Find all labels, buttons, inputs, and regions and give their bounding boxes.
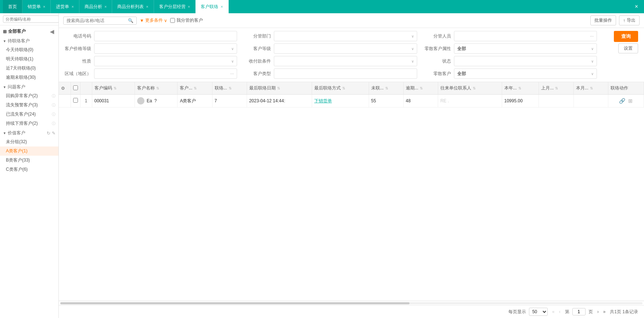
- td-last-method[interactable]: 下销货单: [312, 95, 369, 107]
- th-this-month[interactable]: 本月... ⇅: [573, 82, 608, 95]
- row-checkbox[interactable]: [73, 98, 78, 103]
- prev-page-button[interactable]: ‹: [558, 308, 562, 315]
- close-product-analysis-list-icon[interactable]: ×: [146, 4, 148, 9]
- sidebar-group-pending-contact[interactable]: ▼ 待联络客户: [0, 36, 58, 45]
- next-page-button[interactable]: ›: [596, 308, 600, 315]
- retail-value: 全部: [457, 71, 466, 77]
- sidebar-item-churned[interactable]: 已流失客户(24) ⓘ: [0, 110, 58, 119]
- tab-product-analysis-list[interactable]: 商品分析列表 ×: [112, 0, 154, 13]
- th-code[interactable]: 客户编码 ⇅: [92, 82, 135, 95]
- sidebar-item-repurchase-abnormal[interactable]: 回购异常客户(2) ⓘ: [0, 91, 58, 100]
- th-overdue[interactable]: 逾期... ⇅: [403, 82, 438, 95]
- scrollbar-track[interactable]: [60, 302, 643, 304]
- tab-purchase[interactable]: 进货单 ×: [51, 0, 79, 13]
- edit-icon[interactable]: ✎: [52, 131, 56, 136]
- th-contact[interactable]: 联络... ⇅: [212, 82, 247, 95]
- close-customer-contact-icon[interactable]: ×: [221, 4, 223, 9]
- sidebar-item-unclassified[interactable]: 未分组(32): [0, 137, 58, 146]
- region-input[interactable]: ···: [94, 68, 237, 79]
- region-label: 区域（地区）: [65, 71, 94, 77]
- payment-select[interactable]: ∨: [274, 56, 417, 66]
- unclassified-label: 未分组(32): [6, 139, 56, 145]
- batch-op-button[interactable]: 批量操作: [590, 15, 616, 25]
- filter-field-dept: 分管部门 ∨: [244, 31, 417, 41]
- th-name[interactable]: 客户名称 ⇅: [135, 82, 177, 95]
- sidebar-item-7day-contact[interactable]: 近7天待联络(0): [0, 64, 58, 73]
- last-page-button[interactable]: »: [602, 308, 607, 315]
- tab-product-analysis[interactable]: 商品分析 ×: [79, 0, 112, 13]
- sidebar-item-tomorrow-contact[interactable]: 明天待联络(1): [0, 54, 58, 64]
- my-customers-checkbox-area[interactable]: 我分管的客户: [170, 17, 203, 24]
- retail-select[interactable]: 全部∨: [454, 68, 597, 79]
- tab-customer-contact[interactable]: 客户联络 ×: [196, 0, 228, 13]
- table-container[interactable]: ⚙ 客户编码 ⇅: [59, 82, 644, 301]
- settings-button[interactable]: 设置: [618, 43, 638, 53]
- tab-sales[interactable]: 销货单 ×: [22, 0, 51, 13]
- chevron-down-icon-2: ∨: [231, 47, 234, 51]
- close-product-analysis-icon[interactable]: ×: [104, 4, 107, 9]
- th-last-date[interactable]: 最后联络日期 ⇅: [247, 82, 312, 95]
- customer-type-input[interactable]: [274, 68, 417, 79]
- td-this-year: 10995.00: [502, 95, 539, 107]
- page-number-input[interactable]: [572, 308, 586, 315]
- horizontal-scrollbar[interactable]: [59, 301, 644, 305]
- export-button[interactable]: ↑ 导出: [619, 15, 640, 25]
- select-all-checkbox[interactable]: [73, 85, 78, 90]
- person-label: 分管人员: [425, 33, 454, 39]
- search-input[interactable]: [67, 18, 128, 23]
- sidebar-item-today-contact[interactable]: 今天待联络(0): [0, 45, 58, 54]
- phone-input[interactable]: [94, 31, 237, 41]
- th-unit-contact[interactable]: 往来单位联系人 ⇅: [438, 82, 502, 95]
- nature-select[interactable]: ∨: [94, 56, 237, 66]
- th-category[interactable]: 客户... ⇅: [178, 82, 212, 95]
- sidebar-item-declining[interactable]: 持续下滑客户(2) ⓘ: [0, 119, 58, 128]
- close-customer-segment-icon[interactable]: ×: [188, 4, 190, 9]
- close-purchase-icon[interactable]: ×: [71, 4, 74, 9]
- last-method-link[interactable]: 下销货单: [314, 98, 332, 103]
- sidebar-collapse-button[interactable]: ◀: [49, 29, 56, 35]
- tab-home[interactable]: 首页: [3, 0, 22, 13]
- more-filters-button[interactable]: ▼ 更多条件 ∨: [140, 17, 167, 24]
- sidebar-item-churn-warning[interactable]: 流失预警客户(3) ⓘ: [0, 100, 58, 110]
- sidebar-item-class-a[interactable]: A类客户(1): [0, 146, 58, 156]
- page-size-select[interactable]: 50 100 200: [529, 308, 548, 316]
- person-select[interactable]: ···: [454, 31, 597, 41]
- th-action-label: 联络动作: [611, 85, 628, 91]
- th-name-label: 客户名称: [137, 85, 155, 91]
- th-gear[interactable]: ⚙: [59, 82, 71, 95]
- sidebar-item-class-c[interactable]: C类客户(6): [0, 165, 58, 174]
- sidebar-group-problem-customers[interactable]: ▼ 问题客户: [0, 82, 58, 91]
- th-last-method[interactable]: 最后联络方式 ⇅: [312, 82, 369, 95]
- close-sales-icon[interactable]: ×: [43, 4, 45, 9]
- refresh-icon[interactable]: ↻: [47, 131, 50, 136]
- page-navigation: « ‹ 第 页 › »: [551, 308, 607, 316]
- my-customers-checkbox[interactable]: [170, 18, 175, 23]
- scrollbar-thumb[interactable]: [60, 302, 409, 304]
- sidebar-group-value-customers[interactable]: ▼ 价值客户 ↻ ✎: [0, 128, 58, 137]
- dept-select[interactable]: ∨: [274, 31, 417, 41]
- td-last-month: [539, 95, 573, 107]
- search-icon[interactable]: 🔍: [128, 18, 133, 23]
- th-last-month[interactable]: 上月... ⇅: [539, 82, 573, 95]
- customer-level-select[interactable]: ∨: [274, 43, 417, 54]
- sort-category-icon: ⇅: [194, 86, 197, 90]
- first-page-button[interactable]: «: [551, 308, 556, 315]
- sidebar-item-overdue-contact[interactable]: 逾期未联络(30): [0, 73, 58, 82]
- table-header-row: ⚙ 客户编码 ⇅: [59, 82, 644, 95]
- class-c-label: C类客户(6): [6, 166, 56, 173]
- close-all-button[interactable]: ×: [632, 3, 641, 10]
- tab-customer-segment[interactable]: 客户分层经营 ×: [154, 0, 196, 13]
- sidebar-search-input[interactable]: [3, 15, 59, 23]
- th-no-contact[interactable]: 未联... ⇅: [369, 82, 403, 95]
- contact-link-icon[interactable]: 🔗: [619, 98, 625, 104]
- retail-attr-select[interactable]: 全部∨: [454, 43, 597, 54]
- gear-icon[interactable]: ⚙: [61, 86, 65, 91]
- th-this-year[interactable]: 本年... ⇅: [502, 82, 539, 95]
- query-button[interactable]: 查询: [614, 31, 638, 42]
- status-select[interactable]: ∨: [454, 56, 597, 66]
- price-level-select[interactable]: ∨: [94, 43, 237, 54]
- sidebar-item-class-b[interactable]: B类客户(33): [0, 156, 58, 165]
- 7day-contact-label: 近7天待联络(0): [6, 65, 56, 71]
- sidebar-all-customers-header: ⊞ 全部客户 ◀: [0, 25, 58, 36]
- contact-grid-icon[interactable]: ⊞: [628, 98, 633, 104]
